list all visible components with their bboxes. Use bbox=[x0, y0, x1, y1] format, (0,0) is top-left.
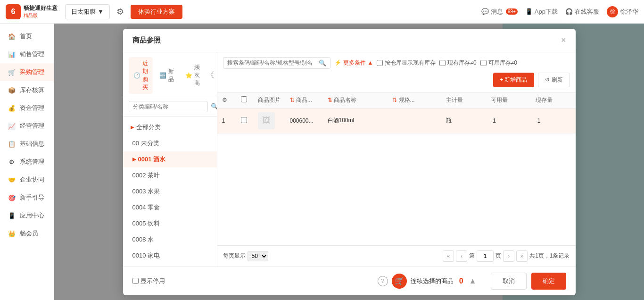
first-page-button[interactable]: « bbox=[443, 250, 454, 262]
cell-unit: 瓶 bbox=[441, 108, 486, 133]
cat-tab-new[interactable]: 🆕 新品 bbox=[155, 65, 179, 86]
category-search-input[interactable] bbox=[129, 101, 208, 112]
home-icon: 🏠 bbox=[8, 32, 16, 41]
cat-item-4[interactable]: 0004 零食 bbox=[123, 200, 217, 216]
checkbox-available-nonzero[interactable]: 可用库存≠0 bbox=[480, 59, 517, 67]
refresh-icon: ↺ bbox=[545, 76, 550, 83]
customer-service-button[interactable]: 🎧 在线客服 bbox=[565, 8, 599, 16]
product-table: ⚙ 商品图片 ⇅ 商品... bbox=[217, 92, 576, 133]
help-button[interactable]: ? bbox=[378, 276, 388, 286]
checkbox-warehouse[interactable]: 按仓库显示现有库存 bbox=[377, 59, 436, 67]
th-spec[interactable]: ⇅ 规格... bbox=[388, 92, 441, 108]
sidebar-item-finance[interactable]: 💰 资金管理 bbox=[0, 99, 54, 117]
finance-icon: 💰 bbox=[8, 104, 16, 112]
chevron-down-icon: ▼ bbox=[98, 8, 104, 15]
store-dropdown[interactable]: 日太阳膜 ▼ bbox=[65, 4, 110, 19]
cat-item-2[interactable]: 0002 茶叶 bbox=[123, 167, 217, 183]
collapse-panel-button[interactable]: 《 bbox=[206, 70, 214, 80]
sidebar-item-collab[interactable]: 🤝 企业协同 bbox=[0, 171, 54, 189]
sidebar-item-home[interactable]: 🏠 首页 bbox=[0, 27, 54, 45]
category-search-area: 🔍 bbox=[123, 97, 217, 117]
operations-icon: 📈 bbox=[8, 122, 16, 130]
cart-label: 连续选择的商品 bbox=[411, 277, 454, 285]
phone-icon: 📱 bbox=[525, 8, 533, 15]
th-available: 可用量 bbox=[486, 92, 531, 108]
sidebar-item-guide[interactable]: 🎯 新手引导 bbox=[0, 189, 54, 207]
row-checkbox[interactable] bbox=[241, 117, 247, 123]
cell-code: 000600... bbox=[285, 108, 323, 133]
cat-item-0[interactable]: 00 未分类 bbox=[123, 135, 217, 151]
cat-item-1[interactable]: ▶ 0001 酒水 bbox=[123, 151, 217, 167]
th-stock: 现存量 bbox=[531, 92, 576, 108]
available-nonzero-checkbox[interactable] bbox=[480, 60, 487, 66]
collapse-cart-button[interactable]: ▲ bbox=[469, 277, 477, 285]
product-search-icon[interactable]: 🔍 bbox=[319, 59, 326, 67]
arrow-right-icon: ▶ bbox=[131, 125, 134, 130]
cat-item-3[interactable]: 0003 水果 bbox=[123, 183, 217, 200]
cancel-button[interactable]: 取消 bbox=[491, 273, 527, 290]
app-download-button[interactable]: 📱 App下载 bbox=[525, 8, 558, 16]
category-search-icon[interactable]: 🔍 bbox=[211, 103, 217, 110]
cell-spec bbox=[388, 108, 441, 133]
product-search-input[interactable] bbox=[227, 59, 317, 66]
top-nav: 6 畅捷通好生意 精品版 日太阳膜 ▼ ⚙ 体验行业方案 💬 消息 99+ 📱 … bbox=[0, 0, 644, 24]
modal-overlay: 商品参照 × 🕐 近期购买 🆕 bbox=[54, 24, 644, 300]
headset-icon: 🎧 bbox=[565, 8, 573, 15]
product-modal: 商品参照 × 🕐 近期购买 🆕 bbox=[123, 29, 576, 295]
th-name[interactable]: ⇅ 商品名称 bbox=[323, 92, 388, 108]
cell-check bbox=[236, 108, 253, 133]
sidebar-item-system[interactable]: ⚙ 系统管理 bbox=[0, 153, 54, 171]
avatar: 徐 bbox=[607, 6, 618, 17]
modal-body: 🕐 近期购买 🆕 新品 ⭐ 频次高 《 bbox=[123, 52, 576, 267]
cat-tab-frequent[interactable]: ⭐ 频次高 bbox=[181, 61, 205, 90]
cart-count: 0 bbox=[459, 277, 463, 285]
confirm-button[interactable]: 确定 bbox=[531, 273, 566, 290]
cat-item-5[interactable]: 0005 饮料 bbox=[123, 216, 217, 232]
sidebar-item-member[interactable]: 👑 畅会员 bbox=[0, 225, 54, 242]
modal-header: 商品参照 × bbox=[123, 29, 576, 52]
sidebar-item-purchase[interactable]: 🛒 采购管理 bbox=[0, 63, 54, 81]
refresh-button[interactable]: ↺ 刷新 bbox=[538, 73, 570, 87]
footer-mid: ? 🛒 连续选择的商品 0 ▲ bbox=[378, 274, 477, 289]
sidebar-item-apps[interactable]: 📱 应用中心 bbox=[0, 207, 54, 225]
filter-button[interactable]: ⚡ 更多条件 ▲ bbox=[334, 59, 373, 67]
cat-item-10[interactable]: 0010 家电 bbox=[123, 248, 217, 264]
cat-item-8[interactable]: 0008 水 bbox=[123, 232, 217, 248]
prev-page-button[interactable]: ‹ bbox=[456, 250, 467, 262]
show-disabled-checkbox[interactable] bbox=[132, 278, 139, 284]
sidebar-item-operations[interactable]: 📈 经营管理 bbox=[0, 117, 54, 135]
select-all-checkbox[interactable] bbox=[241, 96, 247, 102]
trial-button[interactable]: 体验行业方案 bbox=[131, 5, 182, 19]
toolbar-right: + 新增商品 ↺ 刷新 bbox=[493, 73, 570, 87]
gear-button[interactable]: ⚙ bbox=[114, 4, 127, 20]
member-icon: 👑 bbox=[8, 229, 16, 238]
sidebar-item-inventory[interactable]: 📦 库存核算 bbox=[0, 81, 54, 99]
page-number-input[interactable] bbox=[477, 250, 494, 262]
add-product-button[interactable]: + 新增商品 bbox=[493, 73, 534, 87]
sidebar-item-basic[interactable]: 📋 基础信息 bbox=[0, 135, 54, 153]
next-page-button[interactable]: › bbox=[503, 250, 514, 262]
modal-footer: 显示停用 ? 🛒 连续选择的商品 0 ▲ 取消 确定 bbox=[123, 267, 576, 295]
table-row[interactable]: 1 🖼 000600... 白酒100ml bbox=[217, 108, 576, 133]
th-code[interactable]: ⇅ 商品... bbox=[285, 92, 323, 108]
modal-close-button[interactable]: × bbox=[561, 35, 566, 45]
message-button[interactable]: 💬 消息 99+ bbox=[481, 8, 518, 16]
page-size-dropdown[interactable]: 50 bbox=[248, 251, 268, 261]
cat-item-all[interactable]: ▶ 全部分类 bbox=[123, 119, 217, 135]
category-panel: 🕐 近期购买 🆕 新品 ⭐ 频次高 《 bbox=[123, 52, 217, 267]
sort-icon-code: ⇅ bbox=[290, 97, 295, 103]
user-menu-button[interactable]: 徐 徐泽华 bbox=[607, 6, 638, 17]
cat-tab-recent[interactable]: 🕐 近期购买 bbox=[129, 57, 153, 94]
cell-stock: -1 bbox=[531, 108, 576, 133]
sort-icon-spec: ⇅ bbox=[392, 97, 397, 103]
cart-button[interactable]: 🛒 bbox=[392, 274, 407, 289]
product-table-wrap: ⚙ 商品图片 ⇅ 商品... bbox=[217, 92, 576, 245]
pagination: 每页显示 50 « ‹ 第 页 › bbox=[217, 245, 576, 267]
settings-icon[interactable]: ⚙ bbox=[222, 97, 227, 103]
warehouse-checkbox[interactable] bbox=[377, 60, 383, 66]
stock-nonzero-checkbox[interactable] bbox=[439, 60, 446, 66]
sidebar-item-sales[interactable]: 📊 销售管理 bbox=[0, 45, 54, 63]
last-page-button[interactable]: » bbox=[516, 250, 528, 262]
show-disabled-checkbox-label[interactable]: 显示停用 bbox=[132, 277, 165, 285]
checkbox-stock-nonzero[interactable]: 现有库存≠0 bbox=[439, 59, 476, 67]
